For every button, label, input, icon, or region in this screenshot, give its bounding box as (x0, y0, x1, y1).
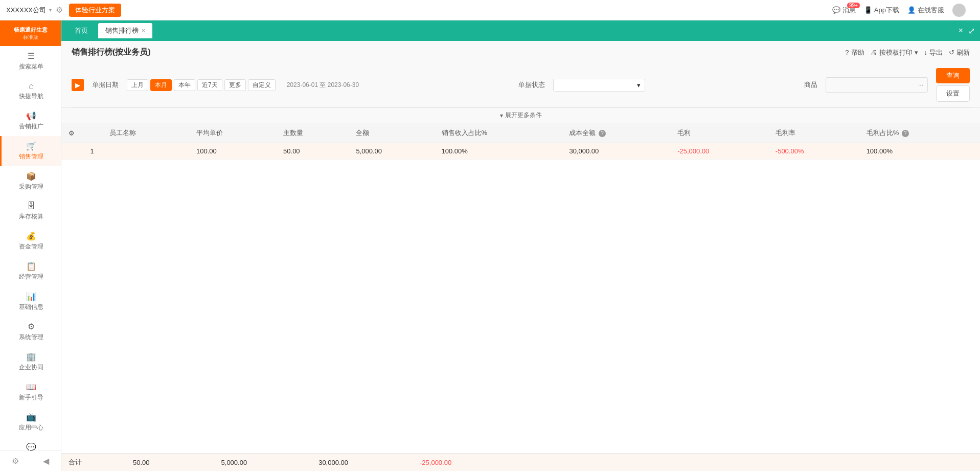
sidebar-item-label: 快捷导航 (19, 92, 43, 101)
sidebar-item-label: 新手引导 (19, 393, 43, 402)
col-amount: 全额 (349, 123, 434, 143)
quick-nav-icon: ⌂ (29, 81, 34, 91)
date-btn-7days[interactable]: 近7天 (197, 79, 222, 91)
tab-sales-ranking[interactable]: 销售排行榜 × (98, 23, 152, 38)
date-btn-last-month[interactable]: 上月 (127, 79, 148, 91)
app-download-button[interactable]: 📱 App下载 (864, 6, 899, 15)
sidebar-settings-icon[interactable]: ⚙ (12, 456, 19, 466)
search-order-icon: ☰ (28, 51, 35, 61)
page-header: 销售排行榜(按业务员) ? 帮助 🖨 按模板打印 ▾ ↓ 导出 (61, 41, 980, 108)
logo-text: 畅康通好生意 (14, 26, 48, 34)
company-chevron: ▾ (49, 7, 52, 13)
sidebar-item-operations[interactable]: 📋 经营管理 (0, 256, 61, 286)
expand-bar: ▾ 展开更多条件 (61, 108, 980, 123)
sidebar-item-system[interactable]: ⚙ 系统管理 (0, 317, 61, 347)
footer-values: 50.00 5,000.00 30,000.00 -25,000.00 (133, 459, 451, 466)
sidebar-item-quick-nav[interactable]: ⌂ 快捷导航 (0, 76, 61, 106)
footer-label: 合计 (69, 458, 82, 467)
tab-label: 销售排行榜 (105, 26, 139, 35)
tab-home[interactable]: 首页 (66, 23, 96, 38)
operations-icon: 📋 (26, 261, 36, 271)
sidebar-item-basic-info[interactable]: 📊 基础信息 (0, 286, 61, 317)
message-icon: 💬 (832, 6, 840, 14)
col-sales-pct: 销售收入占比% (435, 123, 562, 143)
sidebar-item-label: 资金管理 (19, 242, 43, 251)
status-select[interactable]: ▾ (553, 79, 645, 92)
online-service-button[interactable]: 👤 在线客服 (907, 6, 944, 15)
settings-icon[interactable]: ⚙ (56, 5, 63, 15)
date-btn-more[interactable]: 更多 (224, 79, 246, 91)
col-gross-margin: 毛利率 (768, 123, 859, 143)
message-badge: 99+ (847, 3, 860, 8)
sidebar-item-label: 系统管理 (19, 333, 43, 342)
tab-close-icon[interactable]: × (142, 27, 145, 34)
sidebar-item-label: 企业协同 (19, 363, 43, 372)
print-button[interactable]: 🖨 按模板打印 ▾ (871, 48, 918, 57)
sidebar-item-label: 采购管理 (19, 183, 43, 191)
query-button[interactable]: 查询 (936, 68, 970, 83)
sidebar-item-label: 经营管理 (19, 273, 43, 281)
cost-amount-info-icon[interactable]: ? (599, 130, 606, 137)
sidebar-item-enterprise-wechat[interactable]: 💬 企业微信 (0, 437, 61, 451)
enterprise-wechat-icon: 💬 (26, 442, 36, 451)
purchase-icon: 📦 (26, 171, 36, 181)
sidebar: 畅康通好生意 标准版 ☰ 搜索菜单 ⌂ 快捷导航 📢 营销推广 🛒 销售管理 📦 (0, 20, 61, 471)
sidebar-item-marketing[interactable]: 📢 营销推广 (0, 106, 61, 136)
basic-info-icon: 📊 (26, 291, 36, 301)
sidebar-item-new-guide[interactable]: 📖 新手引导 (0, 377, 61, 407)
setting-button[interactable]: 设置 (936, 85, 970, 102)
finance-icon: 💰 (26, 231, 36, 241)
tab-expand-icon[interactable]: ⤢ (968, 26, 975, 36)
col-cost-amount: 成本全额 ? (562, 123, 670, 143)
date-filter-label: 单据日期 (92, 80, 119, 89)
trial-button[interactable]: 体验行业方案 (69, 4, 121, 17)
row-amount: 5,000.00 (349, 143, 434, 160)
row-main-qty: 50.00 (276, 143, 349, 160)
row-name (102, 143, 189, 160)
export-button[interactable]: ↓ 导出 (924, 48, 943, 57)
company-selector[interactable]: XXXXXX公司 ▾ (6, 6, 52, 15)
date-btn-custom[interactable]: 自定义 (248, 79, 276, 91)
goods-input[interactable]: ··· (826, 77, 928, 93)
row-gross-profit: -25,000.00 (670, 143, 768, 160)
refresh-button[interactable]: ↺ 刷新 (949, 48, 970, 57)
filter-bar: ▶ 单据日期 上月 本月 本年 近7天 更多 自定义 2023-06-01 至 … (72, 63, 970, 107)
sidebar-item-inventory[interactable]: 🗄 库存核算 (0, 196, 61, 226)
footer-gross-profit: -25,000.00 (420, 459, 451, 466)
expand-label: 展开更多条件 (505, 111, 542, 120)
footer-amount: 5,000.00 (221, 459, 247, 466)
filter-collapse-btn[interactable]: ▶ (72, 79, 84, 91)
data-table: ⚙ 员工名称 平均单价 主数量 全额 销售收入占比% 成本全额 ? 毛利 毛利率 (61, 123, 980, 160)
help-icon: ? (845, 49, 849, 56)
col-settings[interactable]: ⚙ (61, 123, 82, 143)
system-icon: ⚙ (28, 322, 35, 331)
date-btn-this-month[interactable]: 本月 (150, 79, 172, 91)
date-btn-this-year[interactable]: 本年 (174, 79, 195, 91)
row-rank: 1 (82, 143, 102, 160)
export-label: 导出 (929, 48, 943, 57)
print-label: 按模板打印 (879, 48, 913, 57)
sidebar-item-app-center[interactable]: 📺 应用中心 (0, 407, 61, 437)
row-settings-icon (61, 143, 82, 160)
sidebar-item-search-order[interactable]: ☰ 搜索菜单 (0, 46, 61, 76)
sidebar-item-sales[interactable]: 🛒 销售管理 (0, 136, 61, 166)
service-label: 在线客服 (918, 6, 944, 15)
filter-row: ▶ 单据日期 上月 本月 本年 近7天 更多 自定义 2023-06-01 至 … (72, 68, 970, 102)
expand-icon: ▾ (500, 112, 503, 119)
col-avg-price: 平均单价 (189, 123, 276, 143)
expand-more-button[interactable]: ▾ 展开更多条件 (500, 111, 542, 120)
row-gross-margin: -500.00% (768, 143, 859, 160)
gross-pct-info-icon[interactable]: ? (902, 130, 909, 137)
sidebar-item-enterprise-collab[interactable]: 🏢 企业协同 (0, 347, 61, 377)
message-button[interactable]: 💬 消息 99+ (832, 6, 856, 15)
sidebar-item-finance[interactable]: 💰 资金管理 (0, 226, 61, 256)
help-button[interactable]: ? 帮助 (845, 48, 864, 57)
tab-close-window-icon[interactable]: × (959, 26, 963, 36)
sidebar-item-label: 营销推广 (19, 122, 43, 131)
content-area: 首页 销售排行榜 × × ⤢ 销售排行榜(按业务员) ? 帮助 (61, 20, 980, 471)
sidebar-item-purchase[interactable]: 📦 采购管理 (0, 166, 61, 196)
avatar[interactable] (952, 4, 966, 17)
goods-more-btn[interactable]: ··· (918, 81, 923, 88)
sidebar-collapse-icon[interactable]: ◀ (43, 456, 49, 466)
col-gross-pct: 毛利占比% ? (859, 123, 980, 143)
